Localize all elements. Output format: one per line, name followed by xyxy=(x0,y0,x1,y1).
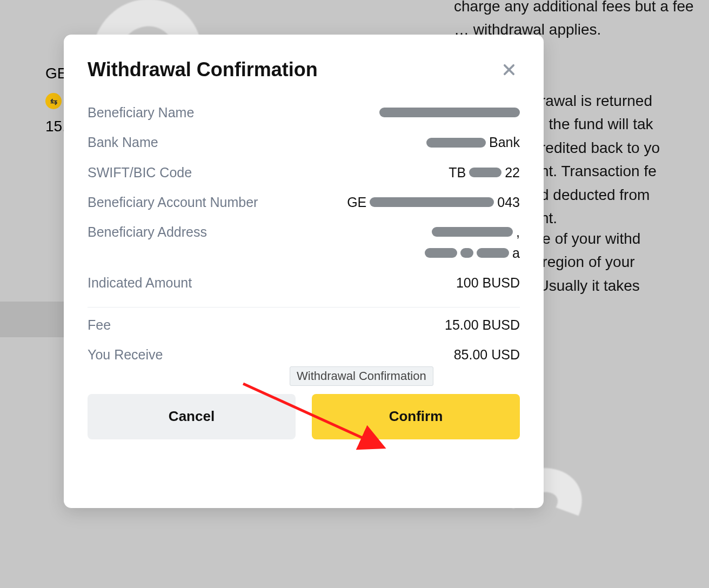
row-bank-name: Bank Name Bank xyxy=(88,135,520,151)
redacted xyxy=(477,248,509,258)
row-beneficiary-name: Beneficiary Name xyxy=(88,105,520,121)
background-tab-strip xyxy=(0,302,65,337)
label-you-receive: You Receive xyxy=(88,347,163,363)
value-indicated-amount: 100 BUSD xyxy=(456,275,520,291)
row-you-receive: You Receive 85.00 USD xyxy=(88,347,520,363)
swap-icon: ⇆ xyxy=(45,93,62,109)
label-account-number: Beneficiary Account Number xyxy=(88,195,258,210)
label-beneficiary-address: Beneficiary Address xyxy=(88,224,207,240)
value-account-number: GE043 xyxy=(347,195,520,210)
row-indicated-amount: Indicated Amount 100 BUSD xyxy=(88,275,520,291)
redacted xyxy=(370,197,494,207)
redacted xyxy=(379,108,520,117)
label-beneficiary-name: Beneficiary Name xyxy=(88,105,194,121)
value-swift: TB22 xyxy=(449,165,520,181)
row-fee: Fee 15.00 BUSD xyxy=(88,317,520,333)
dialog-title: Withdrawal Confirmation xyxy=(88,58,318,81)
row-beneficiary-address: Beneficiary Address , a xyxy=(88,224,520,261)
redacted xyxy=(425,248,457,258)
background-text-lower: me of your withd e region of your . Usua… xyxy=(530,227,709,297)
tooltip-withdrawal-confirmation: Withdrawal Confirmation xyxy=(290,366,433,386)
label-indicated-amount: Indicated Amount xyxy=(88,275,192,291)
row-account-number: Beneficiary Account Number GE043 xyxy=(88,195,520,210)
value-beneficiary-name xyxy=(379,105,520,121)
redacted xyxy=(432,227,513,237)
label-swift: SWIFT/BIC Code xyxy=(88,165,192,181)
label-bank-name: Bank Name xyxy=(88,135,158,150)
close-icon[interactable] xyxy=(498,59,520,81)
value-beneficiary-address: , a xyxy=(425,224,520,261)
redacted xyxy=(469,168,501,177)
row-swift: SWIFT/BIC Code TB22 xyxy=(88,165,520,181)
redacted xyxy=(426,138,486,148)
confirm-button[interactable]: Confirm xyxy=(312,394,520,439)
value-fee: 15.00 BUSD xyxy=(445,317,520,333)
withdrawal-confirmation-dialog: Withdrawal Confirmation Beneficiary Name… xyxy=(64,35,544,508)
label-fee: Fee xyxy=(88,317,111,333)
value-you-receive: 85.00 USD xyxy=(454,347,520,363)
value-bank-name: Bank xyxy=(426,135,520,151)
divider xyxy=(88,307,520,308)
cancel-button[interactable]: Cancel xyxy=(88,394,296,439)
background-text-mid: rawal is returned , the fund will tak re… xyxy=(540,89,709,230)
redacted xyxy=(460,248,473,258)
